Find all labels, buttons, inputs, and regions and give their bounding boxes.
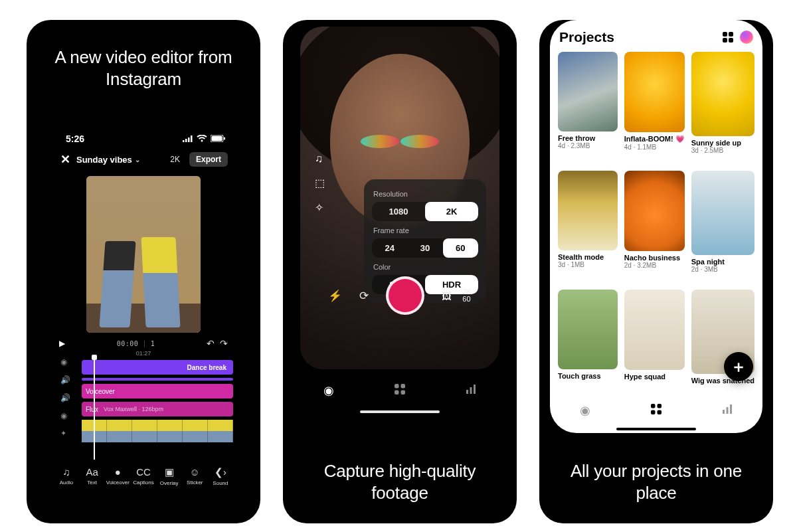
tab-projects[interactable] [394,383,406,399]
sparkle-icon[interactable]: ✧ [315,201,325,214]
tab-capture[interactable]: ◉ [580,403,590,418]
svg-rect-1 [185,139,187,142]
project-cell[interactable]: Nacho business2d · 3.2MB [624,171,685,283]
sticker-icon: ☺ [190,466,200,478]
project-thumbnail[interactable] [624,171,685,251]
new-project-button[interactable]: ＋ [724,352,753,381]
undo-icon[interactable]: ↶ [207,338,215,349]
redo-icon[interactable]: ↷ [220,338,228,349]
quality-label[interactable]: 2K [170,155,180,164]
play-icon[interactable]: ▶ [59,339,65,348]
mic-icon: ● [115,466,121,478]
project-cell[interactable]: Touch grass [558,290,618,395]
resolution-badge[interactable]: 2K 60 [462,288,471,303]
framerate-option[interactable]: 30 [407,238,442,258]
color-label: Color [373,263,477,271]
project-cell[interactable]: Spa night2d · 3MB [691,171,754,283]
svg-rect-3 [191,135,193,142]
effects-icon[interactable]: ✦ [60,429,70,438]
tab-insights[interactable] [466,384,476,398]
visibility-icon[interactable]: ◉ [60,411,70,420]
project-thumbnail[interactable] [558,52,618,132]
svg-rect-19 [727,407,729,414]
visibility-icon[interactable]: ◉ [60,357,70,367]
editor-top-bar: ✕ Sunday vibes ⌄ 2K Export [54,148,233,171]
camera-viewfinder[interactable]: ♫ ⬚ ✧ Resolution 1080 2K Frame rate 24 3… [300,27,499,369]
preview-figure [99,241,135,327]
resolution-option-selected[interactable]: 2K [425,202,478,221]
home-indicator [360,410,440,413]
svg-rect-15 [658,404,662,408]
screenshot-card-editor: A new video editor from Instagram 5:26 [27,20,260,523]
project-meta: 3d · 2.5MB [691,147,754,154]
tool-overlay[interactable]: ▣Overlay [158,466,181,486]
project-title-dropdown[interactable]: Sunday vibes ⌄ [76,155,140,165]
resolution-segment[interactable]: 1080 2K [372,202,478,221]
project-thumbnail[interactable] [624,290,685,370]
project-thumbnail[interactable] [558,171,618,250]
svg-rect-0 [183,140,185,142]
tool-text[interactable]: AaText [81,466,104,486]
tool-voiceover[interactable]: ●Voiceover [106,466,129,486]
music-icon[interactable]: ♫ [315,153,325,165]
avatar[interactable] [740,31,753,44]
resolution-option[interactable]: 1080 [372,202,425,221]
track-marker[interactable]: Dance break [82,360,233,375]
tab-insights[interactable] [722,404,733,418]
project-cell[interactable]: Free throw4d · 2.3MB [558,52,618,164]
project-cell[interactable]: Hype squad [624,290,685,395]
framerate-option-selected[interactable]: 60 [443,238,478,258]
project-cell[interactable]: Sunny side up3d · 2.5MB [691,52,754,164]
text-icon: Aa [86,466,98,478]
svg-rect-5 [212,136,222,141]
tool-sound[interactable]: ❮›Sound [209,466,232,486]
phone-frame-projects: Projects Free throw4d · 2.3MBInflata-BOO… [550,20,762,433]
track-voiceover[interactable]: Voiceover [82,384,233,399]
project-thumbnail[interactable] [558,290,618,369]
track-video-thumbs[interactable] [82,420,233,442]
sort-icon[interactable] [723,32,733,43]
project-thumbnail[interactable] [691,52,754,136]
project-meta: 3d · 1MB [558,261,618,268]
speaker-icon[interactable]: 🔊 [60,375,70,385]
svg-rect-12 [470,387,472,394]
framerate-option[interactable]: 24 [372,238,407,258]
speaker-icon[interactable]: 🔊 [60,393,70,402]
close-icon[interactable]: ✕ [59,152,71,167]
project-name: Inflata-BOOM! 💗 [624,135,685,143]
phone-frame-capture: ♫ ⬚ ✧ Resolution 1080 2K Frame rate 24 3… [294,20,506,416]
framerate-segment[interactable]: 24 30 60 [372,238,478,258]
tool-sticker[interactable]: ☺Sticker [183,466,206,486]
home-indicator [616,428,696,430]
video-preview[interactable] [86,176,201,333]
timeline[interactable]: ◉ 🔊 🔊 ◉ ✦ Dance break Voiceover Flux Vox… [82,360,233,460]
tab-projects[interactable] [650,403,662,418]
gallery-icon[interactable]: 🖼 [442,290,452,302]
flash-icon[interactable]: ⚡ [328,289,342,303]
export-button[interactable]: Export [189,152,228,167]
svg-rect-17 [658,410,662,414]
chevron-down-icon: ⌄ [135,156,140,163]
project-thumbnail[interactable] [624,52,685,132]
tool-audio[interactable]: ♫Audio [55,466,78,486]
playhead[interactable] [94,357,95,460]
timeline-timecode: 00:00 [117,340,139,347]
project-name: Free throw [558,134,618,142]
svg-rect-9 [395,390,399,395]
resolution-label: Resolution [373,190,477,198]
project-cell[interactable]: Inflata-BOOM! 💗4d · 1.1MB [624,52,685,164]
battery-icon [211,133,225,144]
track-music[interactable]: Flux Vox Maxwell · 126bpm [82,402,233,416]
timeline-scale: 1 [151,340,155,347]
tool-captions[interactable]: CCCaptions [132,466,155,486]
project-name: Spa night [691,258,754,266]
card1-caption: A new video editor from Instagram [27,20,260,96]
shutter-button[interactable] [386,276,424,315]
svg-rect-6 [224,137,225,140]
project-thumbnail[interactable] [691,171,754,255]
project-cell[interactable]: Stealth mode3d · 1MB [558,171,618,283]
flip-camera-icon[interactable]: ⟳ [359,289,369,303]
tab-capture[interactable]: ◉ [323,383,334,398]
frame-icon[interactable]: ⬚ [315,177,325,189]
status-bar: 5:26 [54,130,233,148]
